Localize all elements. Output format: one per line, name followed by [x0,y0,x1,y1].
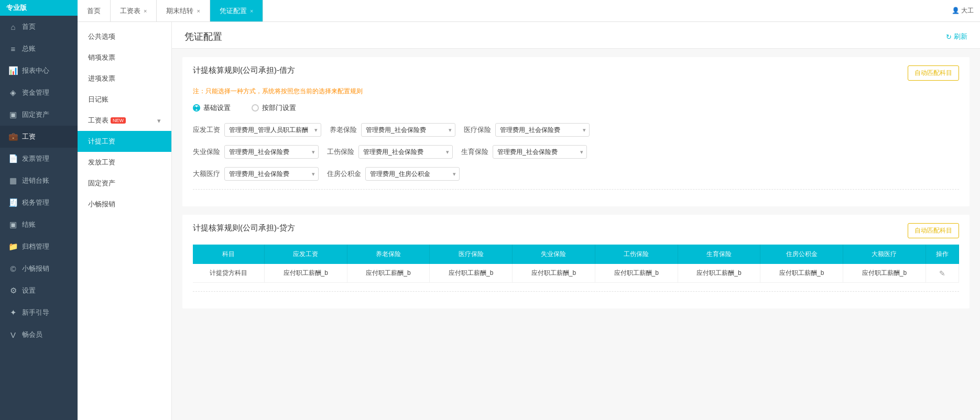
sidebar: 专业版 ⌂ 首页 ≡ 总账 📊 报表中心 ◈ 资金管理 ▣ 固定资产 💼 工资 … [0,0,78,420]
sidebar-label-guide: 新手引导 [22,308,49,317]
th-yiliao: 医疗保险 [430,245,513,264]
td-gongjijin: 应付职工薪酬_b [760,264,843,283]
td-subject: 计提贷方科目 [193,264,264,283]
radio-department[interactable]: 按部门设置 [252,103,296,113]
nav-sales-invoice[interactable]: 销项发票 [78,47,171,68]
debit-note: 注：只能选择一种方式，系统将按照您当前的选择来配置规则 [193,87,959,96]
form-group-yingfa: 应发工资 管理费用_管理人员职工薪酬 [193,123,321,137]
td-edit[interactable]: ✎ [925,264,959,283]
tab-period-close[interactable]: 期末结转 × [157,0,210,21]
page-body: 凭证配置 ↻ 刷新 计提核算规则(公司承担)-借方 自动匹配科目 注：只能选择一… [172,22,980,420]
nav-payroll[interactable]: 工资表 NEW ▾ [78,110,171,131]
credit-section-title: 计提核算规则(公司承担)-贷方 [193,223,295,233]
credit-section-header: 计提核算规则(公司承担)-贷方 自动匹配科目 [193,223,959,238]
select-gongjijin[interactable]: 管理费用_住房公积金 [365,167,460,181]
credit-auto-match-button[interactable]: 自动匹配科目 [908,223,959,238]
td-shengyu: 应付职工薪酬_b [678,264,760,283]
credit-table-body: 计提贷方科目 应付职工薪酬_b 应付职工薪酬_b 应付职工薪酬_b 应付职工薪酬… [193,264,959,283]
debit-auto-match-button[interactable]: 自动匹配科目 [908,65,959,81]
report-icon: 📊 [8,66,18,75]
th-gongshang: 工伤保险 [595,245,678,264]
sidebar-label-inventory: 进销台账 [22,176,49,185]
refresh-button[interactable]: ↻ 刷新 [946,32,967,41]
debit-section: 计提核算规则(公司承担)-借方 自动匹配科目 注：只能选择一种方式，系统将按照您… [182,57,970,206]
select-yingfa[interactable]: 管理费用_管理人员职工薪酬 [224,123,321,137]
sidebar-item-xiaochang[interactable]: © 小畅报销 [0,258,78,280]
sidebar-item-salary[interactable]: 💼 工资 [0,126,78,148]
th-subject: 科目 [193,245,264,264]
select-wrapper-yingfa: 管理费用_管理人员职工薪酬 [224,123,321,137]
form-group-yiliao: 医疗保险 管理费用_社会保险费 [464,123,590,137]
tab-voucher-config[interactable]: 凭证配置 × [210,0,263,21]
sidebar-label-asset: 固定资产 [22,110,49,119]
label-gongshang: 工伤保险 [327,147,354,157]
select-yiliao[interactable]: 管理费用_社会保险费 [495,123,590,137]
nav-calc-salary[interactable]: 计提工资 [78,131,171,152]
nav-petty-cash[interactable]: 小畅报销 [78,194,171,215]
select-gongshang[interactable]: 管理费用_社会保险费 [358,145,453,159]
td-daeyiliao: 应付职工薪酬_b [843,264,926,283]
debit-form-row-3: 大额医疗 管理费用_社会保险费 住房公积金 管理费用_住房公积金 [193,167,959,181]
radio-basic-label: 基础设置 [203,103,231,113]
select-wrapper-daeyiliao: 管理费用_社会保险费 [224,167,319,181]
sidebar-item-member[interactable]: V 畅会员 [0,324,78,346]
new-badge: NEW [111,117,126,124]
edit-icon[interactable]: ✎ [939,269,945,278]
radio-basic-circle [193,104,200,112]
nav-journal[interactable]: 日记账 [78,89,171,110]
td-gongshang: 应付职工薪酬_b [595,264,678,283]
sidebar-item-home[interactable]: ⌂ 首页 [0,16,78,38]
sidebar-label-tax: 税务管理 [22,198,49,207]
nav-public[interactable]: 公共选项 [78,26,171,47]
close-salary-tab[interactable]: × [144,8,147,14]
debit-section-title: 计提核算规则(公司承担)-借方 [193,65,295,75]
sidebar-item-settings[interactable]: ⚙ 设置 [0,280,78,302]
credit-table-header-row: 科目 应发工资 养老保险 医疗保险 失业保险 工伤保险 生育保险 住房公积金 大… [193,245,959,264]
archive-icon: 📁 [8,242,18,251]
radio-basic[interactable]: 基础设置 [193,103,231,113]
td-yiliao: 应付职工薪酬_b [430,264,513,283]
select-daeyiliao[interactable]: 管理费用_社会保险费 [224,167,319,181]
sidebar-label-invoice: 发票管理 [22,154,49,163]
sidebar-label-home: 首页 [22,22,36,31]
close-period-tab[interactable]: × [197,8,200,14]
select-shiye[interactable]: 管理费用_社会保险费 [224,145,319,159]
tab-home[interactable]: 首页 [78,0,111,21]
nav-purchase-invoice[interactable]: 进项发票 [78,68,171,89]
page-title: 凭证配置 [184,30,222,43]
main-content: 首页 工资表 × 期末结转 × 凭证配置 × 👤 大工 公共选项 销项发票 进项… [78,0,980,420]
sidebar-item-close[interactable]: ▣ 结账 [0,214,78,236]
sidebar-item-fund[interactable]: ◈ 资金管理 [0,82,78,104]
select-shengyu[interactable]: 管理费用_社会保险费 [493,145,587,159]
sidebar-item-invoice[interactable]: 📄 发票管理 [0,148,78,170]
sidebar-item-tax[interactable]: 🧾 税务管理 [0,192,78,214]
sidebar-item-ledger[interactable]: ≡ 总账 [0,38,78,60]
sidebar-label-close: 结账 [22,220,36,229]
select-wrapper-yanglao: 管理费用_社会保险费 [361,123,455,137]
member-icon: V [8,330,18,339]
radio-department-label: 按部门设置 [262,103,296,113]
nav-fixed-asset[interactable]: 固定资产 [78,173,171,194]
sidebar-item-guide[interactable]: ✦ 新手引导 [0,302,78,324]
topbar: 首页 工资表 × 期末结转 × 凭证配置 × 👤 大工 [78,0,980,22]
label-daeyiliao: 大额医疗 [193,169,220,179]
label-yiliao: 医疗保险 [464,125,491,135]
salary-icon: 💼 [8,132,18,141]
invoice-icon: 📄 [8,154,18,163]
sidebar-item-inventory[interactable]: ▦ 进销台账 [0,170,78,192]
home-icon: ⌂ [8,23,18,31]
select-yanglao[interactable]: 管理费用_社会保险费 [361,123,455,137]
td-shiye: 应付职工薪酬_b [513,264,595,283]
select-wrapper-gongshang: 管理费用_社会保险费 [358,145,453,159]
xiaochang-icon: © [8,264,18,273]
sidebar-label-report: 报表中心 [22,66,49,75]
th-shengyu: 生育保险 [678,245,760,264]
nav-pay-salary[interactable]: 发放工资 [78,152,171,173]
tab-salary-table[interactable]: 工资表 × [111,0,157,21]
sidebar-label-salary: 工资 [22,132,36,141]
sidebar-item-report[interactable]: 📊 报表中心 [0,60,78,82]
sidebar-item-asset[interactable]: ▣ 固定资产 [0,104,78,126]
close-voucher-tab[interactable]: × [250,8,253,14]
sidebar-item-archive[interactable]: 📁 归档管理 [0,236,78,258]
asset-icon: ▣ [8,110,18,119]
